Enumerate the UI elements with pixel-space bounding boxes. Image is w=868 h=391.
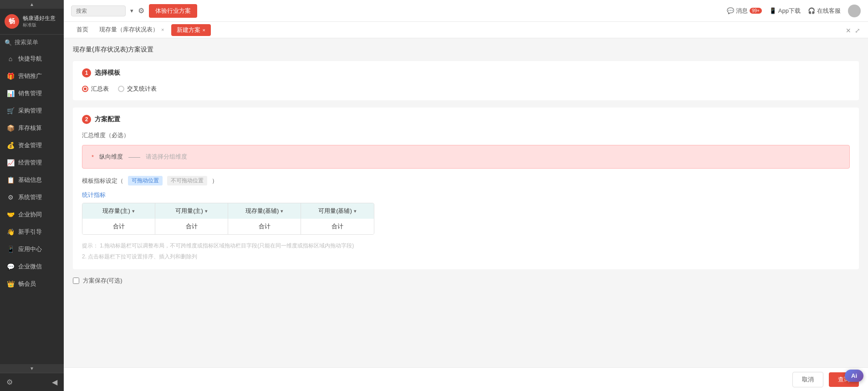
sidebar-item-operation[interactable]: 📈 经营管理 [0, 154, 64, 171]
sidebar-item-member[interactable]: 👑 畅会员 [0, 275, 64, 293]
col-header-1-dropdown[interactable]: ▾ [205, 208, 208, 214]
metrics-label-text: 模板指标设定（ [82, 177, 123, 185]
topbar-dropdown-btn[interactable]: ▾ [130, 7, 133, 14]
metrics-table-header: 现存量(主) ▾ 可用量(主) ▾ 现存量(基辅) ▾ 可用量(基辅) ▾ [82, 203, 374, 219]
radio-cross[interactable]: 交叉统计表 [118, 85, 157, 93]
window-expand-btn[interactable]: ⤢ [854, 27, 861, 33]
sidebar-item-label: 企业微信 [18, 262, 42, 271]
tips-section: 提示： 1.拖动标题栏可以调整布局，不可跨维度或指标区域拖动栏目字段(只能在同一… [82, 240, 850, 262]
enterprise-icon: 🤝 [6, 211, 15, 219]
sidebar-item-newbie[interactable]: 👋 新手引导 [0, 223, 64, 241]
col-header-3-dropdown[interactable]: ▾ [354, 208, 357, 214]
radio-cross-dot [118, 86, 124, 92]
message-icon: 💬 [727, 7, 734, 14]
col-header-0[interactable]: 现存量(主) ▾ [82, 203, 155, 219]
col-header-1[interactable]: 可用量(主) ▾ [155, 203, 228, 219]
online-service-btn[interactable]: 🎧 在线客服 [808, 7, 841, 15]
sidebar-search[interactable]: 🔍 搜索菜单 [0, 35, 64, 50]
settings-icon[interactable]: ⚙ [6, 378, 13, 386]
col-header-0-dropdown[interactable]: ▾ [132, 208, 135, 214]
non-draggable-badge: 不可拖动位置 [167, 176, 207, 185]
headset-icon: 🎧 [808, 7, 815, 14]
enterprise-wechat-icon: 💬 [6, 262, 15, 271]
sidebar-item-system[interactable]: ⚙ 系统管理 [0, 189, 64, 206]
sidebar: ▲ 畅 畅康通好生意 标准版 🔍 搜索菜单 ⌂ 快捷导航 🎁 营销推广 📊 销售… [0, 0, 64, 391]
message-label: 消息 [736, 7, 748, 15]
tip-2: 2. 点击标题栏下拉可设置排序、插入列和删除列 [82, 251, 850, 262]
stats-title: 统计指标 [82, 191, 850, 199]
sidebar-item-sales[interactable]: 📊 销售管理 [0, 85, 64, 102]
sidebar-nav: ⌂ 快捷导航 🎁 营销推广 📊 销售管理 🛒 采购管理 📦 库存核算 💰 资金管… [0, 50, 64, 364]
sidebar-item-label: 企业协同 [18, 211, 42, 219]
marketing-icon: 🎁 [6, 72, 15, 80]
section1-header: 1 选择模板 [82, 68, 850, 77]
draggable-badge: 可拖动位置 [128, 176, 163, 185]
sidebar-item-inventory[interactable]: 📦 库存核算 [0, 119, 64, 137]
window-controls: ✕ ⤢ [845, 27, 861, 33]
col-header-1-label: 可用量(主) [175, 207, 203, 215]
required-mark: * [92, 154, 94, 160]
save-row: 方案保存(可选) [73, 277, 859, 285]
tab-inventory[interactable]: 现存量（库存状况表） × [94, 22, 169, 38]
cancel-button[interactable]: 取消 [792, 372, 823, 387]
sidebar-item-purchase[interactable]: 🛒 采购管理 [0, 102, 64, 119]
sidebar-item-label: 采购管理 [18, 107, 42, 115]
dimension-dash: —— [128, 154, 140, 160]
col-header-2-label: 现存量(基辅) [245, 207, 279, 215]
tab-new-close[interactable]: × [202, 27, 205, 33]
summary-dim-label: 汇总维度（必选） [82, 131, 850, 139]
col-body-3: 合计 [301, 219, 374, 234]
tab-new[interactable]: 新建方案 × [171, 24, 210, 36]
tab-home[interactable]: 首页 [71, 22, 94, 38]
app-download-btn[interactable]: 📱 App下载 [769, 7, 801, 15]
content-area: 现存量(库存状况表)方案设置 1 选择模板 汇总表 交叉统计表 2 [64, 38, 868, 367]
metrics-table-body: 合计 合计 合计 合计 [82, 219, 374, 234]
dimension-row: * 纵向维度 —— 请选择分组维度 [82, 145, 850, 169]
online-service-label: 在线客服 [817, 7, 841, 15]
save-checkbox[interactable] [73, 278, 79, 284]
quick-nav-icon: ⌂ [6, 55, 15, 63]
sidebar-item-app-center[interactable]: 📱 应用中心 [0, 241, 64, 258]
radio-summary-dot [82, 86, 88, 92]
basic-info-icon: 📋 [6, 176, 15, 184]
col-header-2[interactable]: 现存量(基辅) ▾ [228, 203, 301, 219]
ai-float-btn[interactable]: Ai [845, 370, 863, 382]
col-header-0-label: 现存量(主) [102, 207, 130, 215]
metrics-close-text: ） [212, 177, 218, 185]
message-btn[interactable]: 💬 消息 99+ [727, 7, 762, 15]
sidebar-item-finance[interactable]: 💰 资金管理 [0, 137, 64, 154]
sidebar-item-marketing[interactable]: 🎁 营销推广 [0, 67, 64, 85]
collapse-icon[interactable]: ◀ [52, 378, 57, 386]
sidebar-item-label: 应用中心 [18, 245, 42, 253]
sidebar-item-basic-info[interactable]: 📋 基础信息 [0, 171, 64, 189]
section2-title: 方案配置 [95, 115, 120, 123]
sidebar-item-enterprise[interactable]: 🤝 企业协同 [0, 206, 64, 223]
sidebar-item-enterprise-wechat[interactable]: 💬 企业微信 [0, 258, 64, 275]
user-avatar[interactable] [848, 5, 861, 17]
col-header-2-dropdown[interactable]: ▾ [281, 208, 283, 214]
app-name: 畅康通好生意 [23, 15, 56, 22]
sidebar-scroll-down[interactable]: ▼ [0, 364, 64, 373]
col-body-1: 合计 [155, 219, 228, 234]
section-plan-config: 2 方案配置 汇总维度（必选） * 纵向维度 —— 请选择分组维度 模板指标设定… [73, 108, 859, 269]
newbie-icon: 👋 [6, 228, 15, 236]
trial-btn[interactable]: 体验行业方案 [149, 4, 197, 18]
col-header-3-label: 可用量(基辅) [318, 207, 352, 215]
tab-home-label: 首页 [77, 26, 88, 34]
app-logo-icon: 畅 [5, 14, 19, 29]
radio-summary[interactable]: 汇总表 [82, 85, 109, 93]
search-input[interactable] [71, 5, 126, 16]
tab-inventory-close[interactable]: × [161, 27, 164, 32]
bottom-bar: 取消 查询 [64, 367, 868, 391]
topbar-gear-icon[interactable]: ⚙ [138, 6, 144, 15]
sidebar-scroll-up[interactable]: ▲ [0, 0, 64, 9]
topbar-right: 💬 消息 99+ 📱 App下载 🎧 在线客服 [727, 5, 861, 17]
sidebar-item-quick-nav[interactable]: ⌂ 快捷导航 [0, 50, 64, 67]
window-close-btn[interactable]: ✕ [845, 27, 852, 33]
dimension-placeholder: 请选择分组维度 [146, 153, 187, 161]
sidebar-footer: ⚙ ◀ [0, 373, 64, 391]
tab-inventory-label: 现存量（库存状况表） [99, 26, 158, 34]
template-radio-group: 汇总表 交叉统计表 [82, 85, 850, 93]
metrics-setting-label: 模板指标设定（ 可拖动位置 不可拖动位置 ） [82, 176, 850, 185]
col-header-3[interactable]: 可用量(基辅) ▾ [301, 203, 374, 219]
